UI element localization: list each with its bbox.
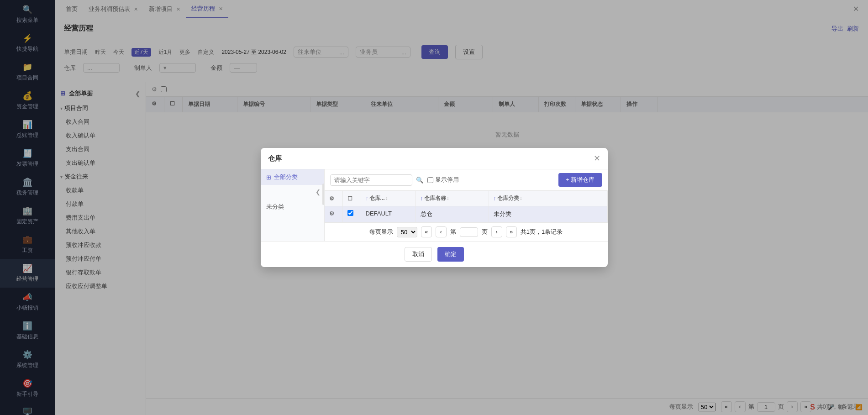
row-gear-icon: ⚙ <box>329 210 335 217</box>
dialog-th-name: ↑ 仓库名称 ↕ <box>416 191 489 206</box>
dialog-next-page-btn[interactable]: › <box>491 226 502 237</box>
dialog-row-checkbox-1[interactable] <box>347 210 353 216</box>
dialog-th-cat-sort-asc: ↑ <box>494 195 496 202</box>
dialog-per-page-select[interactable]: 50 <box>397 227 417 237</box>
dialog-confirm-btn[interactable]: 确定 <box>437 247 464 262</box>
dialog-th-code-sort-asc: ↑ <box>366 195 368 202</box>
dialog-page-input[interactable]: 1 <box>460 227 478 237</box>
dialog-overlay: 仓库 ✕ ⊞ 全部分类 ❮ 未分类 <box>0 0 868 415</box>
dialog-th-code-sort-icon: ↕ <box>386 196 388 201</box>
dialog-search-btn[interactable]: 🔍 <box>416 177 424 184</box>
dialog-body: ⊞ 全部分类 ❮ 未分类 🔍 显示停 <box>261 169 608 241</box>
grid-icon: ⊞ <box>266 174 271 181</box>
dialog-th-category: ↑ 仓库分类 ↕ <box>489 191 608 206</box>
dialog-first-page-btn[interactable]: « <box>421 226 432 237</box>
dialog-pagination: 每页显示 50 « ‹ 第 1 页 › » 共1页，1条记录 <box>325 222 608 241</box>
dialog-th-gear-icon: ⚙ <box>329 195 334 202</box>
dialog-nav-collapse[interactable]: ❮ <box>261 185 324 199</box>
dialog-td-code-1: DEFAULT <box>361 206 416 222</box>
dialog-th-settings: ⚙ <box>325 191 343 206</box>
dialog-nav-all[interactable]: ⊞ 全部分类 <box>261 169 324 185</box>
dialog-td-name-1: 总仓 <box>416 206 489 222</box>
dialog-left-nav: ⊞ 全部分类 ❮ 未分类 <box>261 169 325 241</box>
dialog-cancel-btn[interactable]: 取消 <box>405 247 432 262</box>
dialog-th-name-sort-asc: ↑ <box>421 195 423 202</box>
dialog-header: 仓库 ✕ <box>261 148 608 169</box>
dialog-close-btn[interactable]: ✕ <box>594 153 600 163</box>
dialog-th-select: ☐ <box>343 191 361 206</box>
dialog-last-page-btn[interactable]: » <box>506 226 517 237</box>
warehouse-dialog: 仓库 ✕ ⊞ 全部分类 ❮ 未分类 <box>261 148 608 267</box>
dialog-left-scrollbar <box>322 184 324 205</box>
show-disabled-label[interactable]: 显示停用 <box>427 176 459 184</box>
dialog-search-input[interactable] <box>330 174 412 186</box>
dialog-per-page-label: 每页显示 <box>369 228 393 236</box>
dialog-total-label: 共1页，1条记录 <box>521 228 563 236</box>
add-warehouse-btn[interactable]: + 新增仓库 <box>558 173 602 187</box>
dialog-title: 仓库 <box>268 154 282 163</box>
dialog-nav-unclassified[interactable]: 未分类 <box>261 199 324 215</box>
dialog-page-label-prefix: 第 <box>450 228 456 236</box>
dialog-td-select-1[interactable] <box>343 206 361 222</box>
dialog-actions: 取消 确定 <box>261 241 608 267</box>
show-disabled-checkbox[interactable] <box>427 177 433 183</box>
dialog-table-row-1[interactable]: ⚙ DEFAULT 总仓 未分类 <box>325 206 608 222</box>
dialog-prev-page-btn[interactable]: ‹ <box>436 226 447 237</box>
dialog-page-label: 页 <box>482 228 488 236</box>
dialog-right: 🔍 显示停用 + 新增仓库 ⚙ ☐ ↑ <box>325 169 608 241</box>
dialog-td-category-1: 未分类 <box>489 206 608 222</box>
collapse-icon: ❮ <box>316 189 321 195</box>
dialog-table-header: ⚙ ☐ ↑ 仓库... ↕ ↑ 仓库名称 ↕ <box>325 191 608 206</box>
dialog-right-toolbar: 🔍 显示停用 + 新增仓库 <box>325 169 608 191</box>
dialog-th-name-sort-icon: ↕ <box>447 196 449 201</box>
dialog-th-checkbox-icon: ☐ <box>347 195 352 202</box>
dialog-td-settings-1: ⚙ <box>325 206 343 222</box>
dialog-th-code: ↑ 仓库... ↕ <box>361 191 416 206</box>
dialog-th-cat-sort-icon: ↕ <box>520 196 522 201</box>
